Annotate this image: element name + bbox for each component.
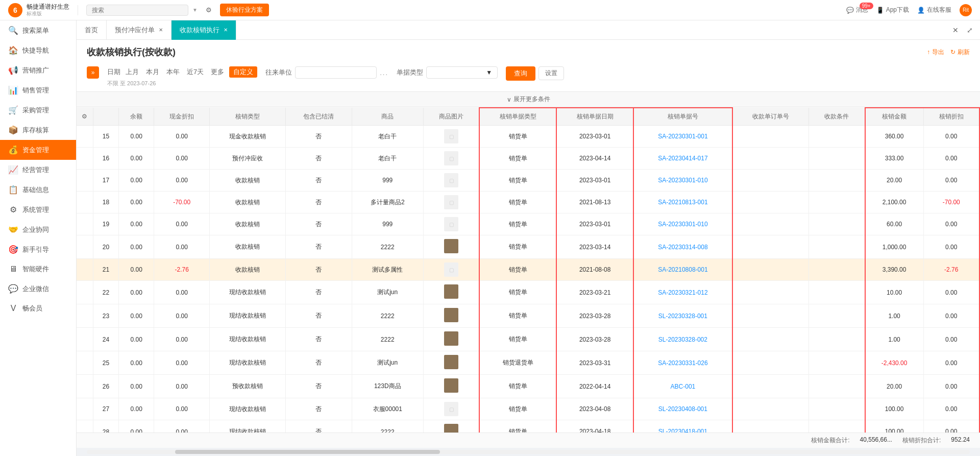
from-unit-input[interactable] xyxy=(295,66,377,79)
tab-home[interactable]: 首页 xyxy=(81,20,107,40)
cell-include-settled: 否 xyxy=(286,170,352,191)
search-input[interactable] xyxy=(86,5,188,16)
tab-expand-button[interactable]: ⤢ xyxy=(964,24,976,36)
sidebar-item-guide[interactable]: 🎯 新手引导 xyxy=(0,239,76,259)
sidebar-item-system[interactable]: ⚙ 系统管理 xyxy=(0,200,76,220)
tab-prepay-close[interactable]: ✕ xyxy=(159,27,163,33)
sidebar-item-nav[interactable]: 🏠 快捷导航 xyxy=(0,40,76,60)
settings-button[interactable]: 设置 xyxy=(538,66,564,80)
tab-bar-actions: ✕ ⤢ xyxy=(949,24,976,36)
cell-goods: 2222 xyxy=(352,235,423,259)
export-button[interactable]: ↑ 导出 xyxy=(927,48,944,57)
cell-bill-type: 销货单 xyxy=(479,213,556,235)
sidebar-item-management[interactable]: 📈 经营管理 xyxy=(0,160,76,180)
tab-receipt-close[interactable]: ✕ xyxy=(224,27,228,33)
col-write-off-discount: 核销折扣 xyxy=(923,108,979,126)
sidebar-item-basic-info[interactable]: 📋 基础信息 xyxy=(0,180,76,200)
cell-bill-no: SA-20230314-008 xyxy=(633,235,732,259)
cell-receipt-order xyxy=(732,398,809,420)
horizontal-scrollbar[interactable] xyxy=(87,450,970,454)
cell-write-off-type: 现结收款核销 xyxy=(210,351,286,375)
cell-cash-discount: 0.00 xyxy=(154,170,210,191)
bill-no-link[interactable]: SA-20230414-017 xyxy=(658,155,707,162)
bill-no-link[interactable]: SA-20210813-001 xyxy=(658,199,707,206)
cell-bill-date: 2023-03-31 xyxy=(556,351,633,375)
sidebar-item-sales[interactable]: 📊 销售管理 xyxy=(0,80,76,100)
this-month-btn[interactable]: 本月 xyxy=(144,66,161,78)
cell-receipt-order xyxy=(732,235,809,259)
bill-no-link[interactable]: SA-20230301-010 xyxy=(658,221,707,228)
bill-no-link[interactable]: SL-20230328-002 xyxy=(658,336,707,343)
table-row: 23 0.00 0.00 现结收款核销 否 2222 销货单 2023-03-2… xyxy=(77,304,979,328)
cell-index: 26 xyxy=(93,375,119,398)
brand-version: 标准版 xyxy=(27,11,69,17)
cell-bill-no: SA-20230301-001 xyxy=(633,126,732,148)
last7-btn[interactable]: 近7天 xyxy=(185,66,206,78)
tab-close-all-button[interactable]: ✕ xyxy=(949,24,962,36)
custom-btn[interactable]: 自定义 xyxy=(229,66,257,78)
bill-no-link[interactable]: SA-20210808-001 xyxy=(658,266,707,273)
sidebar-label-nav: 快捷导航 xyxy=(22,46,49,55)
bill-type-select[interactable]: ▼ xyxy=(426,66,498,79)
bill-no-link[interactable]: SL-20230408-001 xyxy=(658,405,707,413)
sidebar-item-member[interactable]: V 畅会员 xyxy=(0,299,76,318)
sidebar-label-hardware: 智能硬件 xyxy=(22,265,49,274)
online-service-button[interactable]: 👤 在线客服 xyxy=(917,6,951,14)
sidebar-item-collab[interactable]: 🤝 企业协同 xyxy=(0,220,76,239)
cell-write-off-discount: 0.00 xyxy=(923,170,979,191)
gear-button[interactable]: ⚙ xyxy=(202,3,216,17)
sidebar-label-wechat: 企业微信 xyxy=(22,284,49,294)
bill-no-link[interactable]: SA-20230301-001 xyxy=(658,133,707,140)
sidebar-item-hardware[interactable]: 🖥 智能硬件 xyxy=(0,259,76,279)
col-gear[interactable]: ⚙ xyxy=(77,108,93,126)
bill-no-link[interactable]: SA-20230314-008 xyxy=(658,244,707,251)
sidebar-item-purchase[interactable]: 🛒 采购管理 xyxy=(0,100,76,120)
table-row: 26 0.00 0.00 预收款核销 否 123D商品 销货单 2022-04-… xyxy=(77,375,979,398)
cell-receipt-order xyxy=(732,420,809,433)
bill-no-link[interactable]: SL-20230418-001 xyxy=(658,428,707,433)
more-btn[interactable]: 更多 xyxy=(209,66,226,78)
cell-gear xyxy=(77,328,93,351)
app-download-button[interactable]: 📱 App下载 xyxy=(876,6,909,14)
cell-include-settled: 否 xyxy=(286,148,352,170)
cell-cash-discount: 0.00 xyxy=(154,235,210,259)
refresh-button[interactable]: ↻ 刷新 xyxy=(950,48,970,57)
bill-type-group: 单据类型 ▼ xyxy=(397,66,498,79)
expand-more-button[interactable]: ∨ 展开更多条件 xyxy=(507,95,550,104)
tab-receipt[interactable]: 收款核销执行 ✕ xyxy=(172,20,236,40)
tab-prepay[interactable]: 预付冲应付单 ✕ xyxy=(107,20,172,40)
bill-no-link[interactable]: ABC-001 xyxy=(671,383,696,390)
sidebar-item-search[interactable]: 🔍 搜索菜单 xyxy=(0,20,76,40)
scrollbar-thumb[interactable] xyxy=(175,450,440,454)
bill-no-link[interactable]: SA-20230301-010 xyxy=(658,177,707,184)
this-year-btn[interactable]: 本年 xyxy=(164,66,182,78)
user-avatar[interactable]: Rit xyxy=(960,4,972,16)
table-container[interactable]: ⚙ 余额 现金折扣 核销类型 包含已结清 商品 商品图片 核销单据类型 核销单据… xyxy=(77,107,980,433)
sidebar-item-inventory[interactable]: 📦 库存核算 xyxy=(0,120,76,140)
sidebar-item-wechat[interactable]: 💬 企业微信 xyxy=(0,279,76,299)
sidebar-item-marketing[interactable]: 📢 营销推广 xyxy=(0,60,76,80)
cell-write-off-discount: 0.00 xyxy=(923,375,979,398)
bill-no-link[interactable]: SA-20230331-026 xyxy=(658,359,707,367)
cell-include-settled: 否 xyxy=(286,281,352,304)
cell-include-settled: 否 xyxy=(286,420,352,433)
cell-receipt-condition xyxy=(809,148,865,170)
bill-no-link[interactable]: SL-20230328-001 xyxy=(658,313,707,320)
sidebar-item-finance[interactable]: 💰 资金管理 xyxy=(0,140,76,160)
industry-button[interactable]: 休验行业方案 xyxy=(220,4,269,16)
bill-no-link[interactable]: SA-20230321-012 xyxy=(658,289,707,296)
col-bill-date: 核销单据日期 xyxy=(556,108,633,126)
cell-index: 15 xyxy=(93,126,119,148)
cell-receipt-order xyxy=(732,351,809,375)
notification-button[interactable]: 💬 消息 99+ xyxy=(846,6,868,14)
cell-bill-type: 销货单 xyxy=(479,148,556,170)
cell-bill-date: 2022-04-14 xyxy=(556,375,633,398)
expand-filter-button[interactable]: » xyxy=(87,66,99,79)
last-month-btn[interactable]: 上月 xyxy=(124,66,141,78)
cell-write-off-amount: 1,000.00 xyxy=(865,235,923,259)
query-button[interactable]: 查询 xyxy=(506,66,535,81)
dots-icon[interactable]: ... xyxy=(380,69,388,77)
management-icon: 📈 xyxy=(8,165,18,175)
col-bill-type: 核销单据类型 xyxy=(479,108,556,126)
cell-gear xyxy=(77,420,93,433)
